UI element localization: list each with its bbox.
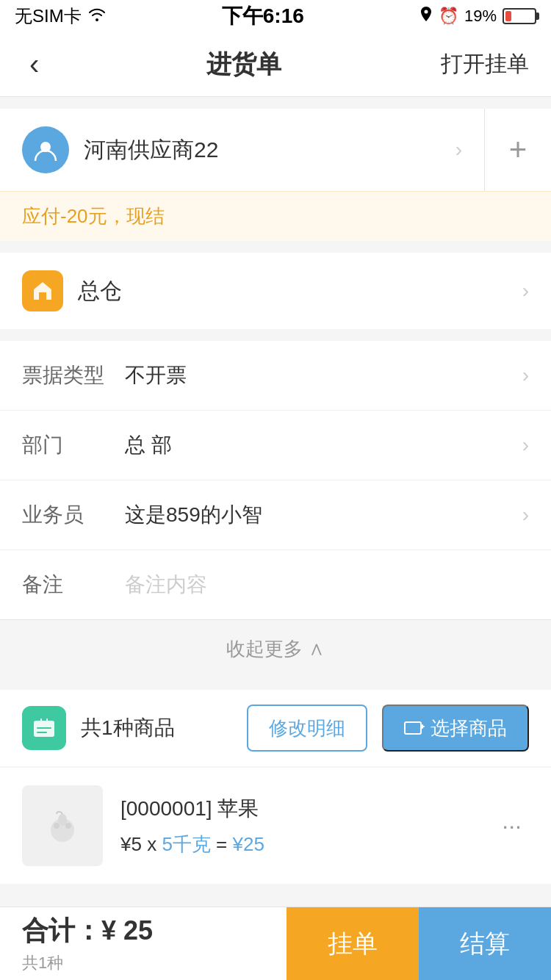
status-right: ⏰ 19% [419,6,536,26]
product-thumbnail [22,785,103,866]
alarm-icon: ⏰ [439,7,458,26]
product-info: [0000001] 苹果 ¥5 x 5千克 = ¥25 [120,795,477,857]
dept-chevron-icon: › [522,433,529,457]
svg-rect-1 [39,292,46,300]
salesperson-label: 业务员 [22,501,110,529]
salesperson-chevron-icon: › [522,503,529,527]
settle-button[interactable]: 结算 [419,907,551,980]
nav-bar: ‹ 进货单 打开挂单 [0,32,551,97]
invoice-type-row[interactable]: 票据类型 不开票 › [0,341,551,411]
svg-point-7 [65,823,71,829]
select-product-button[interactable]: 选择商品 [382,705,529,752]
location-icon [419,6,433,26]
svg-point-5 [58,814,67,826]
add-button[interactable]: + [485,109,551,191]
invoice-type-label: 票据类型 [22,361,110,389]
edit-detail-button[interactable]: 修改明细 [247,705,367,752]
remark-input[interactable]: 备注内容 [110,571,529,599]
status-time: 下午6:16 [222,2,304,30]
product-price: ¥5 x 5千克 = ¥25 [120,832,477,857]
back-button[interactable]: ‹ [22,40,46,88]
products-header: 共1种商品 修改明细 选择商品 [0,690,551,766]
total-sub: 共1种 [22,952,264,974]
svg-point-6 [54,823,60,829]
department-row[interactable]: 部门 总 部 › [0,411,551,480]
battery-percent: 19% [464,7,497,26]
chevron-right-icon: › [455,138,462,162]
open-hang-button[interactable]: 打开挂单 [441,49,529,79]
carrier-label: 无SIM卡 [15,4,82,28]
remark-row[interactable]: 备注 备注内容 [0,550,551,619]
products-count: 共1种商品 [81,714,232,742]
product-name: [0000001] 苹果 [120,795,477,823]
bottom-bar: 合计：¥ 25 共1种 挂单 结算 [0,907,551,980]
invoice-type-value: 不开票 [110,361,522,389]
product-more-button[interactable]: ··· [494,805,529,847]
wifi-icon [87,6,107,26]
warehouse-name: 总仓 [78,276,522,306]
status-left: 无SIM卡 [15,4,107,28]
collapse-bar[interactable]: 收起更多 ∧ [0,619,551,678]
notice-bar: 应付-20元，现结 [0,191,551,241]
product-item: [0000001] 苹果 ¥5 x 5千克 = ¥25 ··· [0,768,551,884]
form-section: 票据类型 不开票 › 部门 总 部 › 业务员 这是859的小智 › 备注 备注… [0,341,551,619]
supplier-avatar [22,126,69,173]
battery-icon [503,8,536,24]
warehouse-section[interactable]: 总仓 › [0,253,551,329]
total-amount: 合计：¥ 25 [22,913,264,949]
warehouse-icon [22,270,63,311]
page-title: 进货单 [206,48,281,82]
supplier-section: 河南供应商22 › + [0,109,551,191]
total-area: 合计：¥ 25 共1种 [0,907,287,980]
hang-button[interactable]: 挂单 [287,907,419,980]
invoice-chevron-icon: › [522,364,529,387]
supplier-name: 河南供应商22 [84,135,455,165]
status-bar: 无SIM卡 下午6:16 ⏰ 19% [0,0,551,32]
salesperson-value: 这是859的小智 [110,501,522,529]
supplier-selector[interactable]: 河南供应商22 › [0,109,485,191]
products-icon [22,706,66,750]
salesperson-row[interactable]: 业务员 这是859的小智 › [0,480,551,550]
department-label: 部门 [22,431,110,459]
department-value: 总 部 [110,431,522,459]
warehouse-chevron-icon: › [522,279,529,303]
svg-rect-3 [405,722,421,734]
select-product-label: 选择商品 [431,716,507,741]
remark-label: 备注 [22,571,110,599]
